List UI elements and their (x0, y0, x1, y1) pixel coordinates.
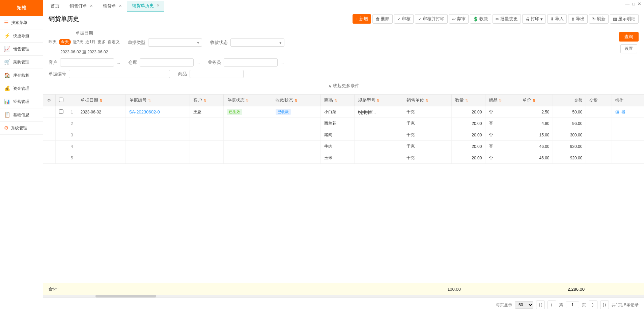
th-gift[interactable]: 赠品 ⇅ (485, 95, 519, 106)
pay-status-select[interactable] (230, 38, 284, 47)
row-spec (355, 152, 403, 164)
row-pay-status (272, 141, 320, 152)
sidebar-item-basic-info[interactable]: 📋 基础信息 (0, 108, 43, 122)
tab-sales-goods[interactable]: 销货单 ✕ (98, 1, 127, 11)
current-page-input[interactable] (566, 302, 579, 308)
per-page-select[interactable]: 50 100 200 (515, 301, 533, 309)
batch-change-button[interactable]: ✏ 批量变更 (493, 14, 521, 24)
sort-icon: ⇅ (295, 99, 297, 102)
date-range-display: 2023-06-02 至 2023-06-02 (60, 49, 108, 55)
goods-input[interactable] (190, 70, 244, 78)
th-doc-no[interactable]: 单据编号 ⇅ (125, 95, 190, 106)
audit-print-button[interactable]: ✓ 审核并打印 (415, 14, 448, 24)
collapse-button[interactable]: ∧ 收起更多条件 (328, 81, 359, 90)
shortcut-today[interactable]: 今天 (59, 39, 71, 45)
tab-sales-order-label: 销售订单 (69, 3, 87, 9)
row-doc-date (77, 118, 125, 129)
sort-icon: ⇅ (425, 99, 428, 102)
th-row-num (67, 95, 77, 106)
shortcut-more[interactable]: 更多 (97, 39, 106, 45)
th-spec[interactable]: 规格型号 ⇅ (355, 95, 403, 106)
shortcut-yesterday[interactable]: 昨天 (49, 39, 57, 45)
doc-type-select[interactable] (148, 38, 202, 47)
scrollbar-area[interactable] (43, 295, 644, 297)
th-unit[interactable]: 销售单位 ⇅ (403, 95, 452, 106)
close-icon[interactable]: ✕ (157, 3, 160, 8)
row-customer (190, 118, 223, 129)
total-qty: 100.00 (447, 287, 461, 292)
sidebar-logo: 拓维 (0, 0, 43, 16)
query-button[interactable]: 查询 (619, 32, 639, 42)
total-amount: 2,286.00 (567, 287, 585, 292)
tab-sales-order[interactable]: 销售订单 ✕ (65, 1, 97, 11)
goods-ellipsis[interactable]: ... (246, 72, 250, 76)
row-num: 4 (67, 141, 77, 152)
warehouse-ellipsis[interactable]: ... (196, 60, 200, 65)
next-page-button[interactable]: ⟩ (589, 301, 597, 309)
import-button[interactable]: ⬇ 导入 (547, 14, 567, 24)
import-label: 导入 (555, 16, 564, 22)
row-gear (43, 118, 55, 129)
sidebar-item-ops-mgmt[interactable]: 📊 经营管理 (0, 95, 43, 108)
th-doc-status[interactable]: 单据状态 ⇅ (223, 95, 272, 106)
doc-no-link[interactable]: SA-20230602-0 (129, 109, 160, 114)
doc-no-input[interactable] (69, 70, 170, 78)
close-icon[interactable]: ✕ (119, 4, 122, 8)
more-link[interactable]: 器 (621, 109, 625, 114)
customer-ellipsis[interactable]: ... (117, 60, 120, 65)
collect-label: 收款 (479, 16, 488, 22)
th-pay-status[interactable]: 收款状态 ⇅ (272, 95, 320, 106)
page-label: 页 (582, 302, 586, 308)
table-row: 4 牛肉 千克 20.00 否 46.00 920.00 (43, 141, 644, 152)
sidebar-item-sys-mgmt[interactable]: ⚙ 系统管理 (0, 122, 43, 135)
scrollbar-thumb[interactable] (95, 295, 156, 297)
sidebar-item-label: 采购管理 (13, 59, 29, 65)
th-qty[interactable]: 数量 ⇅ (452, 95, 485, 106)
sidebar-item-finance-mgmt[interactable]: 💰 资金管理 (0, 82, 43, 95)
prev-page-button[interactable]: ⟨ (548, 301, 556, 309)
maximize-button[interactable]: □ (632, 1, 635, 6)
tab-home-label: 首页 (51, 3, 59, 9)
audit-button[interactable]: ✓ 审核 (394, 14, 414, 24)
print-button[interactable]: 🖨 打印 ▾ (522, 14, 546, 24)
shortcut-7days[interactable]: 近7天 (73, 39, 83, 45)
first-page-button[interactable]: ⟨⟨ (536, 301, 545, 309)
abandon-button[interactable]: ↩ 弃审 (449, 14, 469, 24)
close-icon[interactable]: ✕ (90, 4, 93, 8)
sidebar-item-search-menu[interactable]: ☰ 搜索菜单 (0, 16, 43, 29)
sidebar-item-inventory-calc[interactable]: 🏠 库存核算 (0, 69, 43, 82)
sidebar-item-sales-mgmt[interactable]: 📈 销售管理 (0, 43, 43, 56)
th-customer[interactable]: 客户 ⇅ (190, 95, 223, 106)
sidebar-item-purchase-mgmt[interactable]: 🛒 采购管理 (0, 56, 43, 69)
collect-button[interactable]: 💲 收款 (470, 14, 491, 24)
last-page-button[interactable]: ⟩⟩ (600, 301, 609, 309)
th-price[interactable]: 单价 ⇅ (519, 95, 553, 106)
tab-sales-history[interactable]: 销货单历史 ✕ (127, 1, 164, 11)
set-button[interactable]: 设置 (620, 44, 637, 53)
shortcut-1month[interactable]: 近1月 (85, 39, 96, 45)
new-button[interactable]: + 新增 (353, 14, 371, 24)
sidebar-item-quick-nav[interactable]: ⚡ 快捷导航 (0, 29, 43, 43)
th-amount: 金额 (553, 95, 586, 106)
salesman-input[interactable] (224, 58, 278, 67)
refresh-button[interactable]: ↻ 刷新 (589, 14, 609, 24)
salesman-ellipsis[interactable]: ... (280, 60, 284, 65)
th-goods[interactable]: 商品 ⇅ (321, 95, 355, 106)
select-all-checkbox[interactable] (59, 98, 63, 102)
row-checkbox[interactable] (59, 109, 63, 114)
customer-input[interactable] (60, 58, 114, 67)
th-gear[interactable]: ⚙ (43, 95, 55, 106)
tab-home[interactable]: 首页 (46, 1, 64, 11)
shortcut-custom[interactable]: 自定义 (108, 39, 120, 45)
close-window-button[interactable]: ✕ (638, 1, 641, 6)
minimize-button[interactable]: — (625, 1, 629, 6)
row-trade (586, 152, 612, 164)
delete-button[interactable]: 🗑 删除 (372, 14, 393, 24)
show-detail-button[interactable]: ▦ 显示明细 (610, 14, 639, 24)
row-doc-date: 2023-06-02 (77, 106, 125, 118)
th-doc-date[interactable]: 单据日期 ⇅ (77, 95, 125, 106)
audit-print-label: 审核并打印 (423, 16, 445, 22)
edit-link[interactable]: 编 (615, 109, 619, 114)
warehouse-input[interactable] (140, 58, 194, 67)
export-button[interactable]: ⬆ 导出 (568, 14, 588, 24)
